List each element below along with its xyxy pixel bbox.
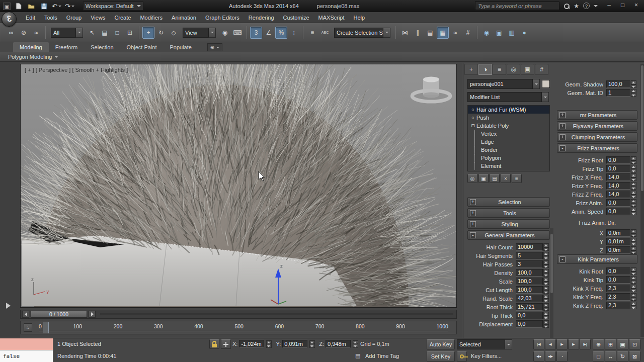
menu-rendering[interactable]: Rendering <box>244 12 279 23</box>
motion-tab[interactable]: ◎ <box>507 64 520 75</box>
chevron-down-icon[interactable] <box>209 28 216 38</box>
spinner[interactable] <box>631 229 636 237</box>
expand-tray-icon[interactable] <box>6 303 11 309</box>
parameter-input[interactable]: 0,0 <box>606 156 630 164</box>
spinner[interactable] <box>543 252 549 259</box>
stack-item-hair-and-fur[interactable]: ○ Hair and Fur (WSM) <box>468 106 549 114</box>
search-input[interactable] <box>475 2 559 10</box>
spinner[interactable] <box>543 269 549 277</box>
track-bar[interactable]: ≈ 01002003004005006007008009001000 <box>20 321 457 334</box>
object-color-swatch[interactable] <box>542 80 550 88</box>
menu-create[interactable]: Create <box>110 12 135 23</box>
infocenter-chevron-icon[interactable] <box>594 5 598 7</box>
spinner[interactable] <box>543 295 549 302</box>
parameter-input[interactable]: 2,3 <box>606 285 630 292</box>
render-setup-icon[interactable]: ▣ <box>493 27 505 39</box>
macro-recorder-pane[interactable] <box>0 338 53 350</box>
modify-tab[interactable]: ◑ <box>478 64 492 75</box>
open-file-icon[interactable] <box>27 2 36 11</box>
command-panel-scrollbar[interactable] <box>640 64 644 337</box>
parameter-input[interactable]: 100,0 <box>606 80 630 88</box>
angle-snap-icon[interactable]: ∠ <box>263 27 275 39</box>
layer-manager-icon[interactable]: ▤ <box>424 27 436 39</box>
stack-subitem-edge[interactable]: Edge <box>468 138 549 146</box>
chevron-down-icon[interactable] <box>542 92 549 102</box>
parameter-input[interactable]: 0,0 <box>606 208 630 215</box>
ribbon-display-toggle[interactable]: ◉ <box>207 43 222 51</box>
parameter-input[interactable]: 0,01m <box>606 238 630 245</box>
parameter-input[interactable]: 14,0 <box>606 173 630 181</box>
window-crossing-icon[interactable]: ⊞ <box>124 27 136 39</box>
stack-item-push[interactable]: ○ Push <box>468 114 549 122</box>
spinner[interactable] <box>631 246 636 254</box>
polygon-modeling-panel[interactable]: Polygon Modeling <box>8 54 52 60</box>
chevron-down-icon[interactable] <box>533 79 540 89</box>
parameter-input[interactable]: 0,0 <box>516 312 543 319</box>
next-frame-button[interactable]: ▶ <box>568 339 579 349</box>
time-slider-handle[interactable]: 0 / 1000 <box>31 311 87 318</box>
panel-column-scrollbar[interactable] <box>550 228 553 348</box>
selected-set-dropdown[interactable]: Selected <box>457 339 512 349</box>
set-key-mode-button[interactable] <box>457 351 467 361</box>
chevron-down-icon[interactable] <box>76 28 83 38</box>
parameter-input[interactable]: 0,0 <box>606 276 630 284</box>
time-slider-track[interactable] <box>100 313 453 315</box>
rollout-expand-icon[interactable]: + <box>470 221 476 227</box>
spinner[interactable] <box>631 293 636 301</box>
hierarchy-tab[interactable]: ≡ <box>493 64 506 75</box>
set-key-button[interactable]: Set Key <box>427 351 455 361</box>
next-key-button[interactable]: ●▶ <box>545 351 556 361</box>
parameter-input[interactable]: 100,0 <box>516 286 543 294</box>
select-and-link-icon[interactable]: ∞ <box>5 27 17 39</box>
ribbon-tab-object-paint[interactable]: Object Paint <box>120 42 164 52</box>
spinner[interactable] <box>631 156 636 164</box>
rollout-selection[interactable]: + Selection <box>467 197 550 207</box>
parameter-input[interactable]: 2,3 <box>606 293 630 301</box>
parameter-input[interactable]: 5 <box>516 252 543 259</box>
rollout-styling[interactable]: + Styling <box>467 219 550 229</box>
next-frame-arrow[interactable] <box>89 311 96 318</box>
spinner[interactable] <box>543 286 549 294</box>
named-selection-sets-dropdown[interactable]: Create Selection Set <box>334 28 390 38</box>
stack-item-editable-poly[interactable]: ⊟ Editable Poly <box>468 122 549 130</box>
spinner[interactable] <box>631 302 636 309</box>
menu-help[interactable]: Help <box>349 12 370 23</box>
new-scene-icon[interactable] <box>14 2 23 11</box>
rollout-clumping-parameters[interactable]: + Clumping Parameters <box>557 132 637 142</box>
coordinate-input[interactable]: 0,948m <box>326 340 351 348</box>
zoom-icon[interactable]: ⊕ <box>593 339 604 349</box>
viewport-canvas[interactable] <box>21 64 456 307</box>
chevron-down-icon[interactable] <box>505 339 512 349</box>
parameter-input[interactable]: 0,0 <box>606 267 630 275</box>
select-object-icon[interactable]: ↖ <box>86 27 98 39</box>
perspective-viewport[interactable]: [ + ] [ Perspective ] [ Smooth + Highlig… <box>20 64 457 308</box>
spinner[interactable] <box>631 165 636 172</box>
modifier-list-dropdown[interactable]: Modifier List <box>467 92 549 102</box>
spinner[interactable] <box>631 276 636 284</box>
help-icon[interactable]: ? <box>583 3 590 9</box>
spinner[interactable] <box>631 199 636 207</box>
spinner-snap-icon[interactable]: ↕ <box>288 27 300 39</box>
rollout-expand-icon[interactable]: - <box>559 256 566 262</box>
save-file-icon[interactable] <box>39 2 48 11</box>
bind-to-space-warp-icon[interactable]: ≈ <box>30 27 42 39</box>
spinner[interactable] <box>631 89 636 97</box>
spinner[interactable] <box>309 340 315 348</box>
parameter-input[interactable]: 100,0 <box>516 278 543 285</box>
maxscript-listener-pane[interactable]: false <box>0 350 53 362</box>
zoom-region-icon[interactable]: □ <box>593 351 604 361</box>
reference-coordinate-dropdown[interactable]: View <box>183 28 216 38</box>
select-by-name-icon[interactable]: ▤ <box>99 27 111 39</box>
chevron-down-icon[interactable] <box>383 28 390 38</box>
rollout-kink-parameters[interactable]: - Kink Parameters <box>557 254 637 264</box>
rollout-mr-parameters[interactable]: + mr Parameters <box>557 110 637 120</box>
previous-frame-arrow[interactable] <box>22 311 29 318</box>
parameter-input[interactable]: 15,721 <box>516 303 543 311</box>
remove-modifier-icon[interactable]: × <box>501 174 511 183</box>
rollout-expand-icon[interactable]: + <box>470 210 476 216</box>
absolute-mode-button[interactable] <box>221 339 231 349</box>
stack-item-icon[interactable]: ○ <box>469 114 476 122</box>
open-mini-curve-editor-button[interactable]: ≈ <box>24 323 32 332</box>
spinner[interactable] <box>631 173 636 181</box>
display-tab[interactable]: ▣ <box>521 64 534 75</box>
